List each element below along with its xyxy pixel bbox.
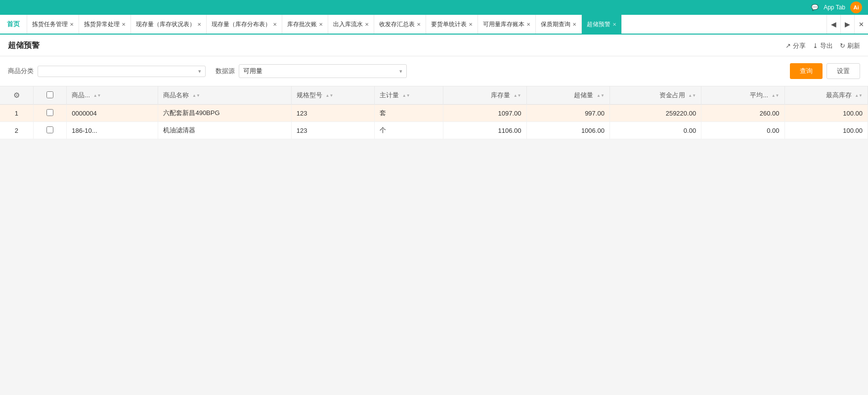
nav-tab-3[interactable]: 现存量（库存状况表） ✕ — [131, 15, 207, 34]
query-button[interactable]: 查询 — [790, 63, 823, 79]
row-unit-0: 套 — [375, 105, 443, 122]
refresh-button[interactable]: ↻ 刷新 — [840, 41, 860, 50]
data-source-label: 数据源 — [216, 67, 235, 76]
filter-buttons: 查询 设置 — [790, 63, 860, 79]
data-source-select[interactable]: 可用量 ▾ — [239, 64, 407, 78]
header-actions: ↗ 分享 ⤓ 导出 ↻ 刷新 — [785, 41, 860, 50]
close-tab-3[interactable]: ✕ — [197, 22, 201, 27]
nav-arrow-left[interactable]: ◀ — [826, 15, 840, 34]
share-button[interactable]: ↗ 分享 — [785, 41, 806, 50]
col-spec[interactable]: 规格型号 ▲▼ — [291, 86, 374, 105]
close-tab-2[interactable]: ✕ — [122, 22, 126, 27]
close-tab-9[interactable]: ✕ — [526, 22, 530, 27]
close-tab-11[interactable]: ✕ — [612, 22, 616, 27]
table-row: 2 186-10... 机油滤清器 123 个 1106.00 1006.00 … — [0, 122, 868, 139]
sort-icon-over-stock: ▲▼ — [597, 94, 605, 98]
nav-tab-7[interactable]: 收发存汇总表 ✕ — [374, 15, 426, 34]
top-bar: 💬 App Tab Ai — [0, 0, 868, 15]
table-row: 1 0000004 六配套新昌490BPG 123 套 1097.00 997.… — [0, 105, 868, 122]
col-product-code[interactable]: 商品... ▲▼ — [67, 86, 158, 105]
row-avg-1: 0.00 — [701, 122, 784, 139]
col-over-stock[interactable]: 超储量 ▲▼ — [526, 86, 609, 105]
refresh-icon: ↻ — [840, 42, 845, 49]
row-unit-1: 个 — [375, 122, 443, 139]
close-tab-1[interactable]: ✕ — [70, 22, 74, 27]
sort-icon-product-code: ▲▼ — [93, 94, 101, 98]
close-tab-6[interactable]: ✕ — [365, 22, 369, 27]
sort-icon-max-stock: ▲▼ — [855, 94, 863, 98]
nav-home[interactable]: 首页 — [0, 15, 27, 34]
row-checkbox-0[interactable] — [33, 105, 66, 122]
gear-icon: ⚙ — [13, 91, 20, 99]
row-product-name-1: 机油滤清器 — [158, 122, 291, 139]
product-category-filter: 商品分类 ▾ — [8, 66, 206, 77]
settings-button[interactable]: 设置 — [826, 63, 860, 79]
sort-icon-spec: ▲▼ — [325, 94, 333, 98]
col-product-name[interactable]: 商品名称 ▲▼ — [158, 86, 291, 105]
table-body: 1 0000004 六配套新昌490BPG 123 套 1097.00 997.… — [0, 105, 868, 139]
sort-icon-product-name: ▲▼ — [192, 94, 200, 98]
select-all-checkbox[interactable] — [46, 91, 53, 98]
close-tab-5[interactable]: ✕ — [319, 22, 323, 27]
nav-tab-4[interactable]: 现存量（库存分布表） ✕ — [207, 15, 282, 34]
message-icon: 💬 — [811, 4, 819, 11]
row-product-name-0: 六配套新昌490BPG — [158, 105, 291, 122]
row-max-stock-1: 100.00 — [784, 122, 868, 139]
nav-tab-6[interactable]: 出入库流水 ✕ — [328, 15, 374, 34]
col-stock[interactable]: 库存量 ▲▼ — [443, 86, 526, 105]
row-product-code-1: 186-10... — [67, 122, 158, 139]
data-source-filter: 数据源 可用量 ▾ — [216, 64, 407, 78]
col-max-stock[interactable]: 最高库存 ▲▼ — [784, 86, 868, 105]
main-table: ⚙ 商品... ▲▼ 商品名称 ▲▼ 规格型号 ▲▼ 主计 — [0, 86, 868, 139]
row-capital-0: 259220.00 — [609, 105, 701, 122]
message-item[interactable]: 💬 — [811, 4, 819, 11]
export-icon: ⤓ — [813, 42, 818, 49]
table-header-row: ⚙ 商品... ▲▼ 商品名称 ▲▼ 规格型号 ▲▼ 主计 — [0, 86, 868, 105]
nav-arrow-right[interactable]: ▶ — [840, 15, 854, 34]
nav-tab-11[interactable]: 超储预警 ✕ — [582, 15, 622, 34]
nav-arrows: ◀ ▶ ✕ — [826, 15, 868, 34]
row-index-0: 1 — [0, 105, 33, 122]
row-spec-0: 123 — [291, 105, 374, 122]
row-check-input-0[interactable] — [46, 109, 53, 116]
nav-tab-5[interactable]: 库存批次账 ✕ — [282, 15, 328, 34]
table-container: ⚙ 商品... ▲▼ 商品名称 ▲▼ 规格型号 ▲▼ 主计 — [0, 86, 868, 139]
filter-bar: 商品分类 ▾ 数据源 可用量 ▾ 查询 设置 — [0, 56, 868, 86]
product-category-select[interactable]: ▾ — [38, 66, 206, 77]
col-avg[interactable]: 平均... ▲▼ — [701, 86, 784, 105]
row-stock-0: 1097.00 — [443, 105, 526, 122]
row-capital-1: 0.00 — [609, 122, 701, 139]
row-checkbox-1[interactable] — [33, 122, 66, 139]
row-avg-0: 260.00 — [701, 105, 784, 122]
close-tab-8[interactable]: ✕ — [469, 22, 473, 27]
col-capital[interactable]: 资金占用 ▲▼ — [609, 86, 701, 105]
product-category-label: 商品分类 — [8, 67, 34, 76]
row-max-stock-0: 100.00 — [784, 105, 868, 122]
row-spec-1: 123 — [291, 122, 374, 139]
row-index-1: 2 — [0, 122, 33, 139]
data-source-value: 可用量 — [243, 67, 262, 76]
export-button[interactable]: ⤓ 导出 — [813, 41, 833, 50]
close-tab-10[interactable]: ✕ — [572, 22, 576, 27]
nav-tab-9[interactable]: 可用量库存账本 ✕ — [478, 15, 536, 34]
page-header: 超储预警 ↗ 分享 ⤓ 导出 ↻ 刷新 — [0, 35, 868, 56]
share-icon: ↗ — [785, 42, 791, 49]
page-title: 超储预警 — [8, 40, 40, 51]
table-gear-header[interactable]: ⚙ — [0, 86, 33, 105]
nav-close-all[interactable]: ✕ — [854, 15, 868, 34]
sort-icon-unit: ▲▼ — [402, 94, 410, 98]
close-tab-7[interactable]: ✕ — [417, 22, 421, 27]
nav-tab-2[interactable]: 拣货异常处理 ✕ — [79, 15, 131, 34]
app-tab-label: App Tab — [824, 4, 845, 11]
close-tab-4[interactable]: ✕ — [273, 22, 277, 27]
row-product-code-0: 0000004 — [67, 105, 158, 122]
sort-icon-stock: ▲▼ — [514, 94, 521, 98]
nav-tab-1[interactable]: 拣货任务管理 ✕ — [27, 15, 79, 34]
nav-tab-10[interactable]: 保质期查询 ✕ — [536, 15, 582, 34]
nav-tab-8[interactable]: 要货单统计表 ✕ — [426, 15, 478, 34]
app-tab-item[interactable]: App Tab — [824, 4, 845, 11]
avatar[interactable]: Ai — [850, 1, 862, 13]
table-checkbox-header[interactable] — [33, 86, 66, 105]
row-check-input-1[interactable] — [46, 126, 53, 133]
col-unit[interactable]: 主计量 ▲▼ — [375, 86, 443, 105]
